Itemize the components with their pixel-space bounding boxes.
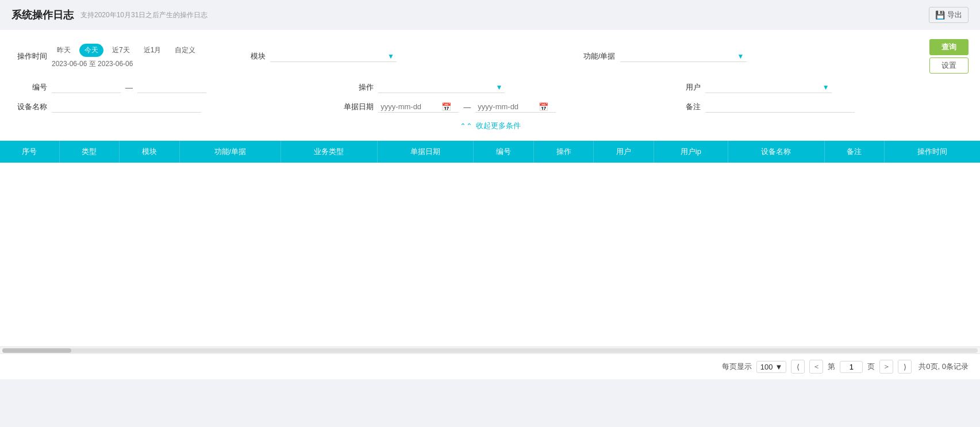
remark-label: 备注 [665,102,705,112]
time-options: 昨天 今天 近7天 近1月 自定义 [52,44,201,57]
first-page-button[interactable]: ⟨ [791,360,805,374]
filter-row-1: 操作时间 昨天 今天 近7天 近1月 自定义 2023-06-06 至 2023… [11,39,969,74]
calendar-end-icon[interactable]: 📅 [539,102,548,111]
next-page-icon: ＞ [883,361,890,372]
query-button[interactable]: 查询 [929,39,969,55]
voucher-date-filter: 单据日期 📅 — 📅 [338,101,641,113]
col-seq: 序号 [0,141,59,163]
collapse-label: 收起更多条件 [476,121,521,131]
module-select[interactable] [270,51,397,61]
col-op-time: 操作时间 [884,141,980,163]
action-buttons: 查询 设置 [929,39,969,74]
remark-input[interactable] [705,101,855,113]
date-start-wrapper: 📅 [378,101,459,113]
filter-panel: 操作时间 昨天 今天 近7天 近1月 自定义 2023-06-06 至 2023… [0,30,980,141]
last-page-button[interactable]: ⟩ [898,360,912,374]
operation-filter: 操作 ▼ [338,82,641,93]
settings-button[interactable]: 设置 [929,57,969,74]
filter-row-2: 编号 — 操作 ▼ 用户 ▼ [11,82,969,93]
col-user: 用户 [594,141,654,163]
device-filter: 设备名称 [11,101,315,113]
date-end-wrapper: 📅 [475,101,556,113]
first-page-icon: ⟨ [797,363,800,371]
col-operation: 操作 [533,141,593,163]
user-label: 用户 [665,82,705,93]
device-input[interactable] [52,101,201,113]
filter-row-3: 设备名称 单据日期 📅 — 📅 备注 [11,101,969,113]
date-dash: — [463,103,471,111]
page-subtitle: 支持2020年10月31日之后产生的操作日志 [80,10,207,20]
col-function: 功能/单据 [179,141,280,163]
page-size-value: 100 [760,363,773,371]
time-label: 操作时间 [11,51,52,61]
number-label: 编号 [11,82,52,93]
number-input-start[interactable] [52,82,121,93]
time-option-custom[interactable]: 自定义 [170,44,201,57]
table-header-row: 序号 类型 模块 功能/单据 业务类型 单据日期 编号 操作 用户 用户ip 设… [0,141,980,163]
date-end-input[interactable] [475,101,539,112]
next-page-button[interactable]: ＞ [879,360,893,374]
function-label: 功能/单据 [580,51,620,61]
operation-select-wrapper: ▼ [378,82,505,93]
module-select-wrapper: ▼ [270,51,397,62]
user-select-wrapper: ▼ [705,82,832,93]
operation-label: 操作 [338,82,378,93]
col-remark: 备注 [824,141,884,163]
operation-select[interactable] [378,82,505,93]
time-option-yesterday[interactable]: 昨天 [52,44,76,57]
collapse-up-icon: ⌃⌃ [460,122,472,130]
empty-area [0,163,980,347]
page-title: 系统操作日志 [11,8,74,22]
col-number: 编号 [474,141,533,163]
col-module: 模块 [120,141,179,163]
page-header: 系统操作日志 支持2020年10月31日之后产生的操作日志 💾 导出 [0,0,980,30]
page-size-label: 每页显示 [722,361,752,372]
data-table: 序号 类型 模块 功能/单据 业务类型 单据日期 编号 操作 用户 用户ip 设… [0,141,980,163]
export-icon: 💾 [935,10,945,20]
module-filter: 模块 ▼ [230,51,557,62]
voucher-date-label: 单据日期 [338,102,378,112]
number-input-end[interactable] [137,82,206,93]
time-range-display: 2023-06-06 至 2023-06-06 [52,59,201,69]
date-start-input[interactable] [378,101,441,112]
scrollbar-track [2,348,978,353]
user-select[interactable] [705,82,832,93]
time-filter: 操作时间 昨天 今天 近7天 近1月 自定义 2023-06-06 至 2023… [11,44,207,69]
prev-page-button[interactable]: ＜ [809,360,823,374]
time-option-1month[interactable]: 近1月 [139,44,167,57]
number-filter: 编号 — [11,82,315,93]
export-button[interactable]: 💾 导出 [929,7,969,23]
col-device: 设备名称 [728,141,824,163]
table-section: 序号 类型 模块 功能/单据 业务类型 单据日期 编号 操作 用户 用户ip 设… [0,141,980,347]
function-select-wrapper: ▼ [620,51,747,62]
total-info: 共0页, 0条记录 [918,361,969,372]
calendar-start-icon[interactable]: 📅 [441,102,451,111]
col-biz-type: 业务类型 [281,141,378,163]
col-voucher-date: 单据日期 [377,141,474,163]
scrollbar-thumb[interactable] [2,348,71,353]
page-text-label: 第 [828,361,835,372]
export-label: 导出 [947,10,962,20]
remark-filter: 备注 [665,101,969,113]
pagination-bar: 每页显示 100 ▼ ⟨ ＜ 第 页 ＞ ⟩ 共0页, 0条记录 [0,353,980,379]
time-option-today[interactable]: 今天 [79,44,103,57]
collapse-area: ⌃⌃ 收起更多条件 [11,121,969,131]
prev-page-icon: ＜ [813,361,820,372]
page-number-input[interactable] [840,361,863,373]
module-label: 模块 [230,51,270,61]
col-user-ip: 用户ip [654,141,728,163]
user-filter: 用户 ▼ [665,82,969,93]
time-options-group: 昨天 今天 近7天 近1月 自定义 2023-06-06 至 2023-06-0… [52,44,201,69]
page-size-chevron-icon: ▼ [775,363,782,371]
time-option-7days[interactable]: 近7天 [107,44,135,57]
device-label: 设备名称 [11,102,52,112]
title-area: 系统操作日志 支持2020年10月31日之后产生的操作日志 [11,8,207,22]
col-type: 类型 [59,141,119,163]
collapse-button[interactable]: ⌃⌃ 收起更多条件 [460,121,521,131]
number-dash: — [125,83,133,92]
last-page-icon: ⟩ [904,363,906,371]
page-unit-label: 页 [867,361,875,372]
page-size-select[interactable]: 100 ▼ [756,361,787,373]
function-select[interactable] [620,51,747,61]
horizontal-scrollbar[interactable] [0,347,980,353]
